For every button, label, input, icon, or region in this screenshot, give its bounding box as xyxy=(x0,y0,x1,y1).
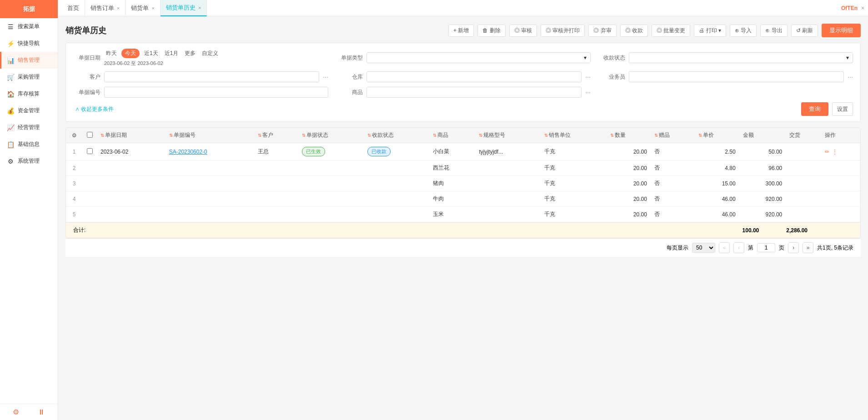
sidebar-item-system-mgmt[interactable]: ⚙ 系统管理 xyxy=(0,153,58,170)
sidebar-item-operations[interactable]: 📈 经营管理 xyxy=(0,119,58,136)
warehouse-dots[interactable]: ··· xyxy=(585,73,591,80)
salesperson-label: 业务员 xyxy=(598,73,625,81)
sidebar-item-label: 资金管理 xyxy=(18,107,40,115)
settings-button[interactable]: 设置 xyxy=(832,102,853,116)
shortcut-yesterday[interactable]: 昨天 xyxy=(104,49,119,58)
row-unit: 千克 xyxy=(541,207,606,222)
query-button[interactable]: 查询 xyxy=(801,102,828,116)
col-number: ⇅单据编号 xyxy=(166,128,254,143)
row-pay-status: 已收款 xyxy=(364,143,429,160)
filter-doc-type: 单据类型 ▾ xyxy=(336,52,591,63)
toolbar: 销货单历史 + 新增 🗑 删除 ◎ 审核 ◎ 审核并打印 ◎ 弃审 ◎ 收款 ◎… xyxy=(65,24,861,37)
tab-sales-delivery[interactable]: 销货单 × xyxy=(125,0,160,16)
per-page-select[interactable]: 50 20 100 xyxy=(692,243,715,253)
export-button[interactable]: ⊕ 导出 xyxy=(760,25,787,37)
shortcut-today[interactable]: 今天 xyxy=(121,49,140,58)
pay-status-dropdown[interactable]: ▾ xyxy=(629,52,853,63)
refresh-button[interactable]: ↺ 刷新 xyxy=(791,25,818,37)
sidebar-item-purchase-mgmt[interactable]: 🛒 采购管理 xyxy=(0,69,58,85)
col-gear[interactable]: ⚙ xyxy=(66,128,82,143)
audit-print-button[interactable]: ◎ 审核并打印 xyxy=(541,25,585,37)
receive-button[interactable]: ◎ 收款 xyxy=(620,25,648,37)
collapse-btn[interactable]: ∧ 收起更多条件 xyxy=(73,104,115,115)
col-checkbox[interactable] xyxy=(82,128,97,143)
shortcut-last7[interactable]: 近1天 xyxy=(142,49,160,58)
sidebar-item-search-menu[interactable]: ☰ 搜索菜单 xyxy=(0,18,58,35)
import-button[interactable]: ⊕ 导入 xyxy=(730,25,757,37)
total-qty: 100.00 xyxy=(732,227,786,234)
sidebar-item-label: 经营管理 xyxy=(18,124,40,131)
sidebar-bottom: ⚙ ⏸ xyxy=(0,404,58,420)
window-close-icon[interactable]: × xyxy=(861,5,864,11)
customer-input[interactable] xyxy=(104,71,319,82)
sidebar-item-sales-mgmt[interactable]: 📊 销售管理 xyxy=(0,52,58,69)
row-qty: 20.00 xyxy=(607,143,651,160)
shortcut-last1month[interactable]: 近1月 xyxy=(163,49,181,58)
date-label: 单据日期 xyxy=(73,54,100,62)
salesperson-input[interactable] xyxy=(629,71,844,82)
page-input[interactable] xyxy=(757,243,775,252)
sidebar-item-basic-info[interactable]: 📋 基础信息 xyxy=(0,136,58,153)
prev-page-btn[interactable]: ‹ xyxy=(733,242,744,253)
row-transaction xyxy=(786,191,821,207)
product-input[interactable] xyxy=(366,87,582,98)
row-product: 玉米 xyxy=(429,207,475,222)
doc-number-link[interactable]: SA-20230602-0 xyxy=(169,149,207,155)
delete-button[interactable]: 🗑 删除 xyxy=(477,25,505,37)
row-pay-status xyxy=(364,160,429,176)
batch-change-button[interactable]: ◎ 批量变更 xyxy=(652,25,690,37)
chevron-down-icon: ▾ xyxy=(584,55,587,61)
filter-bottom-row: ∧ 收起更多条件 查询 设置 xyxy=(73,102,853,116)
product-dots[interactable]: ··· xyxy=(585,89,591,96)
row-gift: 否 xyxy=(651,207,695,222)
row-check[interactable] xyxy=(82,207,97,222)
print-button[interactable]: 🖨 打印 ▾ xyxy=(694,25,726,37)
table-row: 2 西兰花 千克 20.00 否 4.80 96.00 xyxy=(66,160,860,176)
col-actions: 操作 xyxy=(821,128,860,143)
abandon-button[interactable]: ◎ 弃审 xyxy=(588,25,616,37)
settings-bottom-icon[interactable]: ⚙ xyxy=(13,408,19,416)
doc-number-input[interactable] xyxy=(104,87,328,98)
row-gear: 4 xyxy=(66,191,82,207)
row-price: 46.00 xyxy=(695,207,739,222)
tab-sales-history[interactable]: 销货单历史 × xyxy=(161,0,207,16)
doc-type-dropdown[interactable]: ▾ xyxy=(366,52,591,63)
more-icon[interactable]: ⋮ xyxy=(832,149,838,155)
tab-home[interactable]: 首页 xyxy=(62,0,85,16)
tab-sales-delivery-close[interactable]: × xyxy=(151,5,154,11)
tab-sales-history-close[interactable]: × xyxy=(198,5,201,10)
data-table: ⚙ ⇅单据日期 ⇅单据编号 ⇅客户 ⇅单据状态 ⇅收款状态 ⇅商品 ⇅规格型号 … xyxy=(66,128,860,222)
row-check[interactable] xyxy=(82,176,97,191)
sidebar-item-finance[interactable]: 💰 资金管理 xyxy=(0,102,58,119)
shortcut-more[interactable]: 更多 xyxy=(183,49,197,58)
inventory-icon: 🏠 xyxy=(7,90,14,98)
pause-icon[interactable]: ⏸ xyxy=(38,408,45,416)
edit-icon[interactable]: ✏ xyxy=(825,149,829,155)
row-actions xyxy=(821,191,860,207)
row-checkbox[interactable] xyxy=(87,148,93,154)
tab-sales-order-close[interactable]: × xyxy=(117,5,120,11)
add-button[interactable]: + 新增 xyxy=(448,25,474,37)
row-check[interactable] xyxy=(82,160,97,176)
row-check[interactable] xyxy=(82,191,97,207)
warehouse-input[interactable] xyxy=(366,71,582,82)
row-check[interactable] xyxy=(82,143,97,160)
first-page-btn[interactable]: « xyxy=(719,242,730,253)
select-all-checkbox[interactable] xyxy=(87,132,93,138)
audit-button[interactable]: ◎ 审核 xyxy=(509,25,537,37)
row-number[interactable]: SA-20230602-0 xyxy=(166,143,254,160)
customer-dots[interactable]: ··· xyxy=(323,73,328,80)
top-nav-right: OfTEn × xyxy=(841,5,864,11)
system-mgmt-icon: ⚙ xyxy=(7,158,14,165)
col-amount: 金额 xyxy=(739,128,786,143)
row-amount: 300.00 xyxy=(739,176,786,191)
tab-sales-order[interactable]: 销售订单 × xyxy=(85,0,125,16)
shortcut-custom[interactable]: 自定义 xyxy=(200,49,220,58)
sidebar-item-inventory[interactable]: 🏠 库存核算 xyxy=(0,85,58,102)
sidebar-item-quick-nav[interactable]: ⚡ 快捷导航 xyxy=(0,35,58,52)
row-pay-status xyxy=(364,176,429,191)
salesperson-dots[interactable]: ··· xyxy=(848,73,853,80)
next-page-btn[interactable]: › xyxy=(788,242,799,253)
last-page-btn[interactable]: » xyxy=(803,242,813,253)
show-detail-button[interactable]: 显示明细 xyxy=(822,24,861,37)
